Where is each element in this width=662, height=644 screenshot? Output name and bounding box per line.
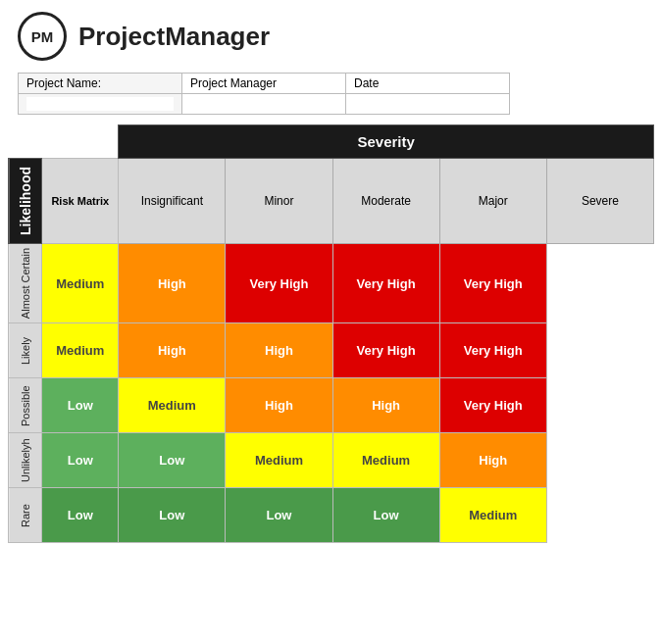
date-value[interactable]: [346, 94, 510, 115]
cell-r3-c4: High: [439, 433, 546, 488]
risk-matrix-table: Severity Likelihood Risk Matrix Insignif…: [8, 124, 654, 543]
likelihood-label-4: Rare: [9, 488, 42, 543]
cell-r2-c0: Low: [42, 378, 119, 433]
col-header-major: Major: [439, 159, 546, 244]
cell-r2-c1: Medium: [119, 378, 226, 433]
project-manager-input[interactable]: [190, 97, 337, 111]
cell-r4-c0: Low: [42, 488, 119, 543]
cell-r0-c1: High: [119, 244, 226, 323]
cell-r4-c4: Medium: [439, 488, 546, 543]
date-input[interactable]: [354, 97, 501, 111]
date-label: Date: [346, 74, 510, 94]
cell-r2-c3: High: [332, 378, 439, 433]
cell-r4-c3: Low: [332, 488, 439, 543]
likelihood-label-1: Likely: [9, 323, 42, 378]
project-manager-label: Project Manager: [182, 74, 346, 94]
cell-r1-c1: High: [119, 323, 226, 378]
project-info-table: Project Name: Project Manager Date: [18, 73, 510, 115]
risk-matrix-label: Risk Matrix: [42, 191, 118, 211]
cell-r3-c2: Medium: [226, 433, 332, 488]
matrix-row: RareLowLowLowLowMedium: [9, 488, 654, 543]
project-manager-value[interactable]: [182, 94, 346, 115]
cell-r1-c2: High: [226, 323, 332, 378]
risk-matrix-corner: Risk Matrix: [42, 159, 119, 244]
matrix-row: PossibleLowMediumHighHighVery High: [9, 378, 654, 433]
matrix-container: Severity Likelihood Risk Matrix Insignif…: [8, 124, 654, 543]
cell-r1-c4: Very High: [439, 323, 546, 378]
severity-header-row: Severity: [9, 125, 654, 159]
matrix-row: Almost CertainMediumHighVery HighVery Hi…: [9, 244, 654, 323]
cell-r0-c0: Medium: [42, 244, 119, 323]
col-header-moderate: Moderate: [332, 159, 439, 244]
cell-r4-c2: Low: [226, 488, 332, 543]
matrix-row: UnlikelyhLowLowMediumMediumHigh: [9, 433, 654, 488]
cell-r3-c1: Low: [119, 433, 226, 488]
logo: PM: [18, 12, 67, 61]
cell-r2-c4: Very High: [439, 378, 546, 433]
cell-r3-c0: Low: [42, 433, 119, 488]
likelihood-label-0: Almost Certain: [9, 244, 42, 323]
likelihood-label: Likelihood: [9, 159, 42, 244]
cell-r0-c4: Very High: [439, 244, 546, 323]
col-header-severe: Severe: [546, 159, 653, 244]
likelihood-label-3: Unlikelyh: [9, 433, 42, 488]
app-title: ProjectManager: [78, 22, 270, 52]
header: PM ProjectManager: [0, 0, 662, 73]
cell-r0-c2: Very High: [226, 244, 332, 323]
project-name-label: Project Name:: [19, 74, 182, 94]
cell-r1-c3: Very High: [332, 323, 439, 378]
col-header-row: Likelihood Risk Matrix Insignificant Min…: [9, 159, 654, 244]
matrix-row: LikelyMediumHighHighVery HighVery High: [9, 323, 654, 378]
severity-header: Severity: [119, 125, 654, 159]
project-name-value[interactable]: [19, 94, 182, 115]
col-header-insignificant: Insignificant: [119, 159, 226, 244]
cell-r4-c1: Low: [119, 488, 226, 543]
project-name-input[interactable]: [26, 97, 174, 111]
likelihood-label-2: Possible: [9, 378, 42, 433]
cell-r1-c0: Medium: [42, 323, 119, 378]
cell-r0-c3: Very High: [332, 244, 439, 323]
cell-r3-c3: Medium: [332, 433, 439, 488]
cell-r2-c2: High: [226, 378, 332, 433]
corner-cell: [9, 125, 119, 159]
col-header-minor: Minor: [226, 159, 332, 244]
